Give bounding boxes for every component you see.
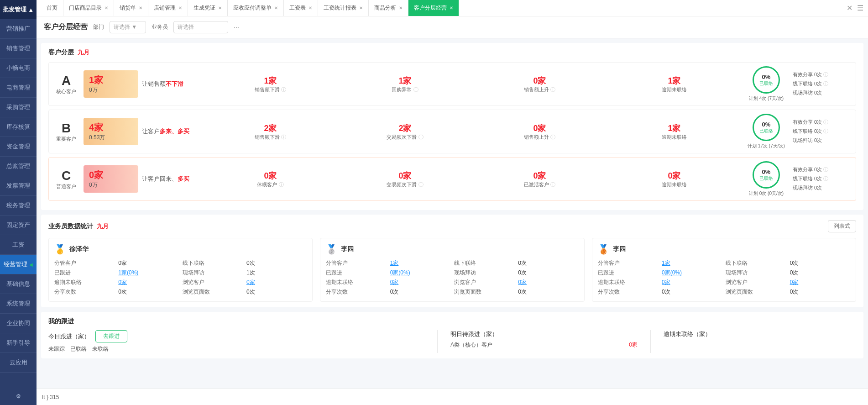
close-icon[interactable]: ✕ (359, 5, 363, 11)
biz-stats-section: 业务员数据统计 九月 列表式 🥇 徐泽华 分管客户 0家 线下联络 (41, 215, 863, 307)
tab-payroll[interactable]: 工资表 ✕ (284, 0, 318, 16)
followup-grid: 今日跟进（家） 去跟进 未跟踪 已联络 未联络 明日待跟进（家） A类（核心）客… (48, 330, 856, 353)
followup-today-col: 今日跟进（家） 去跟进 未跟踪 已联络 未联络 (48, 330, 430, 353)
tab-store-mgmt[interactable]: 店铺管理 ✕ (148, 0, 188, 16)
biz-card-1-grid: 分管客户 1家 线下联络 0次 已跟进 0家(0%) 现场拜访 0次 逾期未联络… (326, 259, 578, 296)
tab-store-products[interactable]: 门店商品目录 ✕ (63, 0, 114, 16)
sidebar-item-zjgl[interactable]: 资金管理 (0, 137, 37, 157)
tab-bar-actions: ✕ ☰ (847, 4, 863, 12)
sidebar-item-gz[interactable]: 工资 (0, 235, 37, 255)
salesperson-label: 业务员 (152, 23, 168, 31)
list-view-button[interactable]: 列表式 (828, 220, 856, 232)
sidebar-header[interactable]: 批发管理 ▲ (0, 0, 37, 19)
salesperson-select[interactable]: 请选择 (173, 21, 228, 33)
sidebar-item-xtgl[interactable]: 系统管理 (0, 294, 37, 314)
tier-c-label: C 普通客户 (52, 168, 80, 190)
tier-b-metric-1[interactable]: 2家 交易频次下滑 ⓘ (340, 123, 471, 141)
tier-b-metric-2[interactable]: 0家 销售额上升 ⓘ (474, 123, 605, 141)
close-icon[interactable]: ✕ (274, 5, 278, 11)
tab-bar: 首页 门店商品目录 ✕ 销货单 ✕ 店铺管理 ✕ 生成凭证 ✕ 应收应付调整单 … (37, 0, 868, 16)
tab-menu-icon[interactable]: ☰ (857, 4, 863, 12)
biz-card-1: 🥈 李四 分管客户 1家 线下联络 0次 已跟进 0家(0%) 现场拜访 0次 … (320, 238, 584, 302)
tier-a-metric-0[interactable]: 1家 销售额下滑 ⓘ (205, 75, 336, 93)
close-icon[interactable]: ✕ (218, 5, 222, 11)
sidebar-item-yxty[interactable]: 营销推广 (0, 19, 37, 39)
sidebar-item-jygl[interactable]: 经营管理 ◀ (0, 255, 37, 274)
sidebar-item-gdzy[interactable]: 固定资产 (0, 216, 37, 235)
tier-a-metric-1[interactable]: 1家 回购异常 ⓘ (340, 75, 471, 93)
more-options-icon[interactable]: ··· (234, 23, 240, 32)
close-icon[interactable]: ✕ (139, 5, 142, 11)
sidebar-item-fpgl[interactable]: 发票管理 (0, 176, 37, 196)
tier-row-c: C 普通客户 0家 0万 让客户回来、多买 0家 休眠客户 (48, 157, 856, 201)
close-icon[interactable]: ✕ (450, 5, 453, 11)
tab-home[interactable]: 首页 (41, 0, 63, 16)
sidebar-item-qyxt[interactable]: 企业协同 (0, 314, 37, 333)
close-icon[interactable]: ✕ (178, 5, 182, 11)
tier-a-metric-2[interactable]: 0家 销售额上升 ⓘ (474, 75, 605, 93)
followup-overdue-col: 逾期未联络（家） (658, 330, 856, 353)
biz-card-0: 🥇 徐泽华 分管客户 0家 线下联络 0次 已跟进 1家(0%) 现场拜访 1次… (48, 238, 313, 302)
sidebar-settings[interactable]: ⚙ (0, 388, 37, 405)
tier-c-count-box: 0家 0万 (84, 165, 138, 193)
tab-gen-voucher[interactable]: 生成凭证 ✕ (188, 0, 228, 16)
tier-c-metric-0[interactable]: 0家 休眠客户 ⓘ (205, 170, 336, 188)
tier-c-metric-2[interactable]: 0家 已激活客户 ⓘ (474, 170, 605, 188)
tier-a-count-box: 1家 0万 (84, 70, 138, 98)
sidebar-item-xsyd[interactable]: 新手引导 (0, 333, 37, 353)
chevron-down-icon: ▼ (131, 24, 137, 30)
medal-gold-icon: 🥇 (54, 244, 66, 255)
tab-ar-ap[interactable]: 应收应付调整单 ✕ (228, 0, 284, 16)
gear-icon[interactable]: ⚙ (16, 393, 21, 400)
close-icon[interactable]: ✕ (309, 5, 312, 11)
tier-b-right-stats: 有效分享 0次 ⓘ 线下联络 0次 ⓘ 现场拜访 0次 (793, 118, 852, 145)
bottom-text: It } 315 (42, 394, 59, 400)
customer-tier-section: 客户分层 九月 A 核心客户 1家 0万 让销售额不下滑 (41, 43, 863, 210)
biz-card-2-grid: 分管客户 1家 线下联络 0次 已跟进 0家(0%) 现场拜访 0次 逾期未联络… (598, 259, 850, 296)
go-followup-button[interactable]: 去跟进 (95, 330, 127, 342)
customer-tier-title: 客户分层 九月 (48, 48, 856, 57)
filter-bar: 客户分层经营 部门 请选择 ▼ 业务员 请选择 ··· (37, 16, 868, 38)
tier-a-circle: 0% 已联络 计划 4次 (7天/次) (743, 66, 789, 102)
tab-customer-tier[interactable]: 客户分层经营 ✕ (408, 0, 459, 16)
sidebar-item-jcxx[interactable]: 基础信息 (0, 274, 37, 294)
tab-sales-order[interactable]: 销货单 ✕ (114, 0, 148, 16)
tier-a-metric-3[interactable]: 1家 逾期未联络 (609, 75, 740, 93)
medal-silver-icon: 🥈 (326, 244, 337, 255)
tier-c-metrics: 0家 休眠客户 ⓘ 0家 交易频次下滑 ⓘ (205, 170, 740, 188)
biz-cards: 🥇 徐泽华 分管客户 0家 线下联络 0次 已跟进 1家(0%) 现场拜访 1次… (48, 238, 856, 302)
sidebar-item-swgl[interactable]: 税务管理 (0, 196, 37, 216)
sidebar-item-xcdz[interactable]: 小畅电商 (0, 58, 37, 78)
followup-tomorrow-col: 明日待跟进（家） A类（核心）客户 0家 (445, 330, 643, 353)
biz-card-2: 🥉 李四 分管客户 1家 线下联络 0次 已跟进 0家(0%) 现场拜访 0次 … (592, 238, 856, 302)
tab-product-analysis[interactable]: 商品分析 ✕ (369, 0, 408, 16)
close-icon[interactable]: ✕ (399, 5, 403, 11)
main-area: 首页 门店商品目录 ✕ 销货单 ✕ 店铺管理 ✕ 生成凭证 ✕ 应收应付调整单 … (37, 0, 868, 405)
tier-a-right-stats: 有效分享 0次 ⓘ 线下联络 0次 ⓘ 现场拜访 0次 (793, 70, 852, 97)
sidebar-toggle-icon[interactable]: ▲ (28, 6, 34, 13)
tier-c-metric-3[interactable]: 0家 逾期未联络 (609, 170, 740, 188)
dept-select[interactable]: 请选择 ▼ (110, 21, 146, 33)
tier-row-b: B 重要客户 4家 0.53万 让客户多来、多买 2家 销售 (48, 110, 856, 153)
close-icon[interactable]: ✕ (105, 5, 108, 11)
tier-b-metric-0[interactable]: 2家 销售额下滑 ⓘ (205, 123, 336, 141)
sidebar-item-zzgl[interactable]: 总账管理 (0, 157, 37, 176)
today-label: 今日跟进（家） (48, 332, 90, 341)
tomorrow-label: 明日待跟进（家） (450, 330, 638, 338)
tab-close-all-icon[interactable]: ✕ (847, 4, 852, 12)
sidebar-item-cggl[interactable]: 采购管理 (0, 98, 37, 117)
info-icon-0: ⓘ (281, 87, 286, 92)
tier-c-metric-1[interactable]: 0家 交易频次下滑 ⓘ (340, 170, 471, 188)
sidebar: 批发管理 ▲ 营销推广 销售管理 小畅电商 电商管理 采购管理 库存核算 资金管… (0, 0, 37, 405)
sidebar-item-dsgl[interactable]: 电商管理 (0, 78, 37, 98)
tier-b-metric-3[interactable]: 1家 逾期未联络 (609, 123, 740, 141)
customer-tier-month: 九月 (78, 48, 89, 57)
sidebar-item-yyyp[interactable]: 云应用 (0, 353, 37, 373)
sidebar-item-xsgl[interactable]: 销售管理 (0, 39, 37, 58)
biz-card-0-header: 🥇 徐泽华 (54, 244, 307, 255)
biz-title: 业务员数据统计 九月 (48, 222, 109, 231)
tab-payroll-report[interactable]: 工资统计报表 ✕ (318, 0, 369, 16)
tier-row-a: A 核心客户 1家 0万 让销售额不下滑 1家 销售额下滑 (48, 62, 856, 106)
sidebar-item-kchz[interactable]: 库存核算 (0, 117, 37, 137)
biz-person-2-name: 李四 (613, 245, 626, 253)
